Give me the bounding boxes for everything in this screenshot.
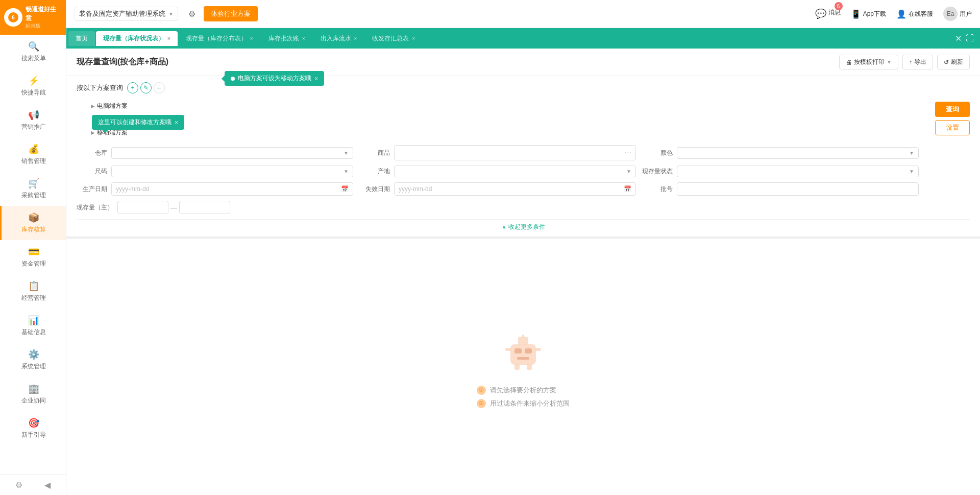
collapse-btn[interactable]: ◀ [44,480,51,490]
tab-in-out-flow-label: 出入库流水 [321,34,351,43]
filter-buttons: 查询 设置 [935,102,970,135]
sidebar-label-system: 系统管理 [21,362,46,371]
close-all-tabs-icon[interactable]: ✕ [955,34,962,43]
avatar: Ea [943,7,958,21]
message-btn[interactable]: 💬 6 消息 [815,8,841,19]
filter-field-goods: 商品 ··· [359,145,636,160]
svg-rect-3 [514,348,522,353]
collapse-bar[interactable]: ∧ 收起更多条件 [77,219,970,234]
scheme-mobile[interactable]: ▶ 移动端方案 [87,126,970,139]
warehouse-select[interactable]: ▼ [111,147,353,159]
produce-date-start[interactable]: yyyy-mm-dd 📅 [111,182,353,196]
scheme-desktop[interactable]: ▶ 电脑端方案 [87,100,970,112]
size-label: 尺码 [77,167,107,176]
sidebar-item-operation[interactable]: 📋 经营管理 [0,274,66,309]
svg-rect-6 [518,337,528,345]
sidebar-item-company[interactable]: 🏢 企业协同 [0,377,66,411]
page-header: 现存量查询(按仓库+商品) 🖨 按模板打印 ▼ ↑ 导出 ↺ 刷新 [66,49,980,76]
filter-actions: + ✎ ← [127,82,165,93]
scheme-desktop-label: 电脑端方案 [97,102,128,110]
gear-icon[interactable]: ⚙ [188,9,195,19]
scheme-list-container: 这里可以创建和修改方案哦 × ▶ 电脑端方案 ▶ 按照品 ▶ [87,100,970,139]
tab-close-inventory-status[interactable]: × [167,36,170,41]
tab-recv-send[interactable]: 收发存汇总表 × [365,31,422,46]
fullscreen-icon[interactable]: ⛶ [966,34,974,43]
svg-rect-8 [505,348,511,351]
origin-select[interactable]: ▼ [394,166,636,177]
produce-date-placeholder: yyyy-mm-dd [116,185,149,193]
industry-btn[interactable]: 体验行业方案 [204,6,258,21]
guide-icon: 🎯 [28,417,39,429]
sidebar-item-guide[interactable]: 🎯 新手引导 [0,411,66,445]
export-btn[interactable]: ↑ 导出 [902,55,933,69]
tip-text-2: 用过滤条件来缩小分析范围 [490,399,570,408]
sidebar-item-sales[interactable]: 💰 销售管理 [0,137,66,172]
tab-in-out-flow[interactable]: 出入库流水 × [313,31,364,46]
sidebar-item-system[interactable]: ⚙️ 系统管理 [0,343,66,377]
sidebar-item-basic[interactable]: 📊 基础信息 [0,309,66,343]
batch-input[interactable] [677,182,919,196]
scheme-desktop-items: ▶ 按照品 [97,113,970,126]
online-service-btn[interactable]: 👤 在线客服 [896,9,933,19]
size-arrow-icon: ▼ [344,169,349,174]
tooltip1-close[interactable]: × [314,75,318,82]
system-name: 装备及固定资产辅助管理系统 [79,9,165,18]
size-select[interactable]: ▼ [111,166,353,177]
app-download-btn[interactable]: 📱 App下载 [851,9,886,19]
sidebar-item-quick-nav[interactable]: ⚡ 快捷导航 [0,69,66,103]
filter-area: 按以下方案查询 + ✎ ← 电脑方案可设为移动方案哦 × [66,76,980,237]
stock-status-select[interactable]: ▼ [677,166,919,177]
sidebar-item-purchase[interactable]: 🛒 采购管理 [0,172,66,206]
query-btn[interactable]: 查询 [935,102,970,117]
reset-btn[interactable]: 设置 [935,120,970,135]
svg-rect-5 [517,357,529,360]
user-label: 用户 [960,10,972,18]
color-arrow-icon: ▼ [909,150,914,156]
add-scheme-btn[interactable]: + [127,82,138,93]
sidebar-label-marketing: 营销推广 [21,123,46,131]
stock-range: — [117,201,355,214]
tab-close-recv-send[interactable]: × [412,36,415,41]
warehouse-label: 仓库 [77,149,107,157]
logo-text: 畅通道好生意 [26,5,62,22]
refresh-btn[interactable]: ↺ 刷新 [937,55,970,69]
goods-select[interactable]: ··· [394,145,636,160]
expire-date-start[interactable]: yyyy-mm-dd 📅 [394,182,636,196]
color-label: 颜色 [642,149,673,157]
expire-date-placeholder: yyyy-mm-dd [399,185,432,193]
tab-close-batch-ledger[interactable]: × [302,36,305,41]
tab-close-inventory-dist[interactable]: × [250,36,253,41]
sidebar-item-inventory[interactable]: 📦 库存核算 [0,206,66,240]
sidebar-item-marketing[interactable]: 📢 营销推广 [0,103,66,137]
back-scheme-btn[interactable]: ← [154,82,165,93]
tab-inventory-dist[interactable]: 现存量（库存分布表） × [179,31,260,46]
stock-min-input[interactable] [117,201,168,214]
settings-btn[interactable]: ⚙ [15,480,22,490]
sidebar-footer: ⚙ ◀ [0,475,66,495]
template-print-btn[interactable]: 🖨 按模板打印 ▼ [839,55,898,69]
svg-rect-4 [525,348,532,353]
stock-max-input[interactable] [179,201,230,214]
system-icon: ⚙️ [28,349,39,360]
tab-close-in-out-flow[interactable]: × [354,36,357,41]
goods-dots-icon: ··· [625,148,631,157]
tab-inventory-status[interactable]: 现存量（库存状况表） × [96,31,178,46]
sidebar: 6 畅通道好生意 标准版 🔍 搜索菜单 ⚡ 快捷导航 📢 营销推广 💰 销售管理… [0,0,66,495]
system-selector[interactable]: 装备及固定资产辅助管理系统 ▼ [75,7,178,21]
filter-row-1: 仓库 ▼ 商品 ··· 颜色 [77,145,919,160]
sidebar-item-finance[interactable]: 💳 资金管理 [0,240,66,274]
logo-badge: 标准版 [26,22,62,30]
scheme-desktop-item-0[interactable]: ▶ 按照品 [97,113,970,126]
origin-label: 产地 [359,167,390,176]
tooltip1-dot [231,77,235,81]
sidebar-item-search[interactable]: 🔍 搜索菜单 [0,35,66,69]
message-badge: 6 [835,2,843,10]
tab-home[interactable]: 首页 [68,31,95,46]
filter-field-origin: 产地 ▼ [359,166,636,177]
color-select[interactable]: ▼ [677,147,919,159]
tab-batch-ledger[interactable]: 库存批次账 × [261,31,312,46]
user-btn[interactable]: Ea 用户 [943,7,972,21]
edit-scheme-btn[interactable]: ✎ [140,82,152,93]
sidebar-nav: 🔍 搜索菜单 ⚡ 快捷导航 📢 营销推广 💰 销售管理 🛒 采购管理 📦 库存核… [0,35,66,475]
tooltip2-close[interactable]: × [175,119,178,126]
